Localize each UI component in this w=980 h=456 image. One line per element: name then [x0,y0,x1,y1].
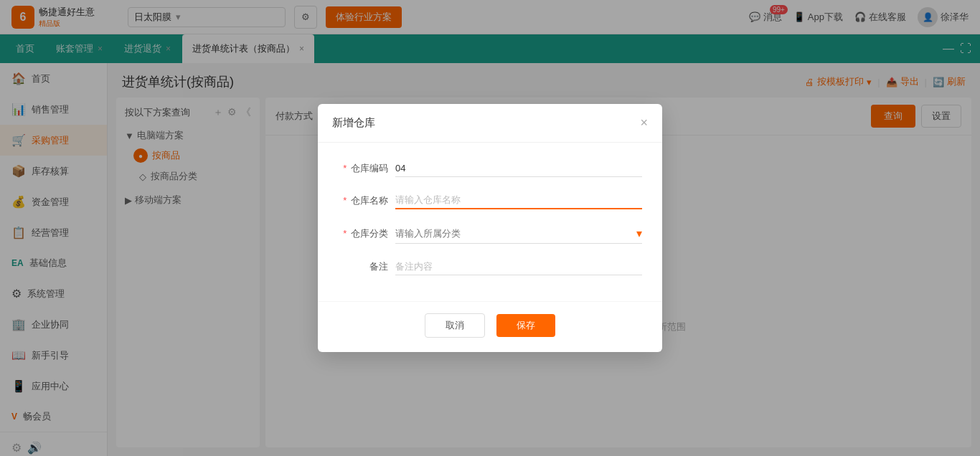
category-dropdown-icon[interactable]: ▾ [636,227,642,240]
new-warehouse-modal: 新增仓库 × * 仓库编码 * 仓库名称 [318,104,662,352]
category-input[interactable] [395,228,636,239]
cancel-button[interactable]: 取消 [425,313,485,338]
modal-body: * 仓库编码 * 仓库名称 * 仓库分类 [318,143,662,301]
category-select-wrap[interactable]: ▾ [395,224,642,244]
name-label: * 仓库名称 [338,194,395,207]
form-row-note: 备注 [338,258,642,275]
required-star-name: * [343,195,347,206]
code-input[interactable] [395,160,642,177]
modal-footer: 取消 保存 [318,301,662,352]
name-input[interactable] [395,191,642,209]
required-star-category: * [343,228,347,239]
note-label: 备注 [338,260,395,273]
code-label: * 仓库编码 [338,162,395,175]
note-input[interactable] [395,258,642,275]
modal-close-icon[interactable]: × [640,115,648,130]
required-star-code: * [343,163,347,174]
form-row-code: * 仓库编码 [338,160,642,177]
save-button[interactable]: 保存 [496,314,555,337]
form-row-category: * 仓库分类 ▾ [338,224,642,244]
modal-header: 新增仓库 × [318,104,662,143]
form-row-name: * 仓库名称 [338,191,642,209]
modal-overlay[interactable]: 新增仓库 × * 仓库编码 * 仓库名称 [0,0,980,456]
category-label: * 仓库分类 [338,227,395,240]
modal-title: 新增仓库 [332,116,375,130]
